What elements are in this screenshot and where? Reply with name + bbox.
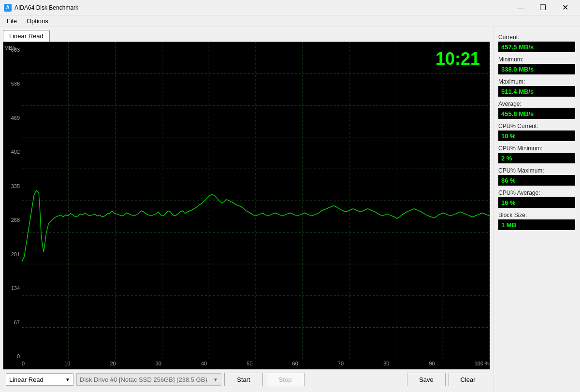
block-size-value: 1 MB (498, 219, 575, 230)
save-button[interactable]: Save (407, 373, 446, 386)
y-label-67: 67 (3, 319, 22, 325)
menu-file[interactable]: File (2, 16, 22, 26)
y-label-536: 536 (3, 81, 22, 87)
disk-select-label: Disk Drive #0 [Netac SSD 256GB] (238.5 G… (80, 376, 211, 383)
window-controls: — ☐ ✕ (509, 0, 576, 15)
cpu-current-label: CPU% Current: (498, 123, 575, 130)
tab-bar: Linear Read (3, 30, 490, 42)
minimum-label: Minimum: (498, 56, 575, 63)
y-label-134: 134 (3, 285, 22, 291)
benchmark-type-dropdown[interactable]: Linear Read ▼ (6, 373, 73, 386)
y-label-201: 201 (3, 251, 22, 257)
y-label-469: 469 (3, 115, 22, 121)
x-label-80: 80 (383, 361, 389, 366)
disk-select-dropdown[interactable]: Disk Drive #0 [Netac SSD 256GB] (238.5 G… (76, 373, 221, 386)
x-label-0: 0 (22, 361, 25, 366)
app-icon: A (4, 4, 12, 12)
y-label-268: 268 (3, 217, 22, 223)
start-button[interactable]: Start (224, 373, 263, 386)
main-content: Linear Read MB/s 603 536 469 402 335 268… (0, 27, 580, 392)
chart-svg (22, 42, 490, 359)
cpu-maximum-value: 86 % (498, 175, 575, 186)
y-label-0: 0 (3, 353, 22, 359)
x-label-70: 70 (338, 361, 344, 366)
benchmark-type-label: Linear Read (9, 376, 63, 383)
chart-graph (22, 42, 490, 359)
menu-options[interactable]: Options (22, 16, 53, 26)
tab-linear-read[interactable]: Linear Read (3, 30, 50, 42)
y-label-402: 402 (3, 149, 22, 155)
y-label-603: 603 (3, 47, 22, 53)
cpu-minimum-label: CPU% Minimum: (498, 145, 575, 152)
x-axis-labels: 0 10 20 30 40 50 60 70 80 90 100 % (22, 359, 490, 369)
x-label-40: 40 (201, 361, 207, 366)
cpu-current-value: 10 % (498, 131, 575, 141)
chart-area: MB/s 603 536 469 402 335 268 201 134 67 … (3, 42, 490, 369)
timer-display: 10:21 (435, 49, 480, 69)
y-label-335: 335 (3, 183, 22, 189)
menu-bar: File Options (0, 15, 580, 27)
x-label-30: 30 (156, 361, 161, 366)
window-title: AIDA64 Disk Benchmark (14, 4, 509, 11)
x-label-20: 20 (110, 361, 116, 366)
clear-button[interactable]: Clear (449, 373, 487, 386)
average-label: Average: (498, 101, 575, 107)
close-button[interactable]: ✕ (554, 0, 576, 15)
stop-button[interactable]: Stop (266, 373, 304, 386)
x-label-10: 10 (64, 361, 70, 366)
x-label-100: 100 % (475, 361, 490, 366)
block-size-label: Block Size: (498, 212, 575, 218)
cpu-average-value: 16 % (498, 197, 575, 208)
minimize-button[interactable]: — (509, 0, 532, 15)
current-value: 457.5 MB/s (498, 42, 575, 52)
cpu-maximum-label: CPU% Maximum: (498, 167, 575, 174)
bottom-bar: Linear Read ▼ Disk Drive #0 [Netac SSD 2… (3, 369, 490, 389)
maximum-label: Maximum: (498, 78, 575, 85)
current-label: Current: (498, 34, 575, 41)
dropdown-arrow-icon: ▼ (65, 377, 70, 382)
title-bar: A AIDA64 Disk Benchmark — ☐ ✕ (0, 0, 580, 15)
disk-dropdown-arrow-icon: ▼ (213, 377, 218, 382)
x-label-60: 60 (292, 361, 298, 366)
average-value: 455.8 MB/s (498, 108, 575, 119)
restore-button[interactable]: ☐ (532, 0, 554, 15)
minimum-value: 338.0 MB/s (498, 64, 575, 74)
x-label-90: 90 (429, 361, 435, 366)
left-panel: Linear Read MB/s 603 536 469 402 335 268… (0, 27, 493, 392)
right-panel: Current: 457.5 MB/s Minimum: 338.0 MB/s … (493, 27, 580, 392)
cpu-minimum-value: 2 % (498, 153, 575, 163)
cpu-average-label: CPU% Average: (498, 189, 575, 196)
maximum-value: 511.4 MB/s (498, 86, 575, 97)
y-axis-labels: 603 536 469 402 335 268 201 134 67 0 (3, 42, 22, 359)
x-label-50: 50 (246, 361, 252, 366)
